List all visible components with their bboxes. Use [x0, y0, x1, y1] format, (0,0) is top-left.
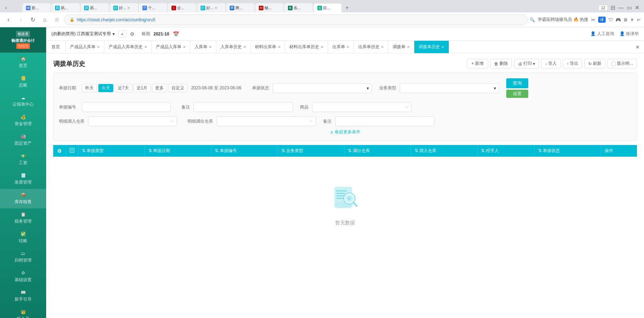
tab-easy2[interactable]: 易 易... [81, 3, 109, 12]
sidebar-item-reports[interactable]: ☁ 云报表中心 [0, 92, 46, 111]
date-more-btn[interactable]: 更多 [152, 84, 167, 92]
calendar-icon[interactable]: 📅 [173, 31, 179, 37]
tab-close-icon[interactable]: ✕ [441, 45, 444, 49]
browser-close-icon[interactable]: ✕ [635, 4, 639, 11]
tab-close-icon[interactable]: ✕ [183, 45, 186, 49]
page-tab-prod-in2[interactable]: 产成品入库单 ✕ [152, 41, 190, 54]
sidebar-item-assets[interactable]: 🏭 固定资产 [0, 130, 46, 150]
col-out-warehouse[interactable]: ⇅ 调出仓库 [344, 145, 411, 157]
search-icon[interactable]: 🔍 [530, 17, 535, 22]
sidebar-item-ledger[interactable]: 📒 总账 [0, 72, 46, 92]
collapse-btn[interactable]: ∧ 收起更多条件 [59, 129, 631, 135]
date-yesterday-btn[interactable]: 昨天 [82, 84, 97, 92]
tab-w[interactable]: W 新... [22, 3, 51, 12]
tab-close-icon[interactable]: ✕ [381, 45, 384, 49]
nav-back-icon[interactable]: ‹ [2, 5, 10, 11]
browser-maximize-icon[interactable]: ▭ [627, 4, 632, 11]
status-select[interactable]: ▾ [273, 83, 372, 93]
col-date[interactable]: ⇅ 单据日期 [144, 145, 211, 157]
delete-button[interactable]: 🗑 删除 [490, 59, 512, 68]
tab-tencent[interactable]: 腾 腾... [226, 3, 255, 12]
browser-menu-icon[interactable]: ⊟ [611, 4, 615, 11]
page-tab-out-history[interactable]: 出库单历史 ✕ [354, 41, 388, 54]
nav-star-button[interactable]: ☆ [52, 15, 62, 25]
page-tab-mat-out[interactable]: 材料出库单 ✕ [251, 41, 285, 54]
company-selector[interactable]: (勿删勿禁用) 江西服宝测试专用 ▾ [51, 31, 115, 37]
col-type[interactable]: ⇅ 单据类型 [78, 145, 144, 157]
refresh-button[interactable]: ↻ 刷新 [584, 59, 605, 68]
print-button[interactable]: 🖨 打印 ▾ [514, 59, 539, 68]
page-tab-transfer[interactable]: 调拨单 ✕ [388, 41, 414, 54]
tab-close-icon[interactable]: ✕ [407, 45, 410, 49]
remark-input[interactable] [193, 102, 293, 112]
display-button[interactable]: 显示明... [607, 59, 637, 68]
col-gear[interactable]: ⚙ [53, 145, 66, 157]
nav-home-button[interactable]: ⌂ [40, 15, 50, 25]
ext2-icon[interactable]: 🎮 [616, 17, 621, 22]
col-no[interactable]: ⇅ 单据编号 [211, 145, 278, 157]
out-warehouse-picker[interactable]: ··· [217, 116, 316, 126]
sidebar-item-inventory[interactable]: 📦 库存核查 [0, 189, 46, 208]
tab-active[interactable]: S 目... [313, 3, 342, 12]
tab-close-icon[interactable]: ✕ [209, 45, 212, 49]
tab-enterprise[interactable]: C 企... [168, 3, 196, 12]
sidebar-item-home[interactable]: 🏠 首页 [0, 53, 46, 72]
export-button[interactable]: ↑ 导出 [563, 59, 582, 68]
date-custom-btn[interactable]: 自定义 [168, 84, 187, 92]
biztype-select[interactable]: ▾ [400, 83, 499, 93]
page-tab-in[interactable]: 入库单 ✕ [190, 41, 216, 54]
docno-input[interactable] [82, 102, 171, 112]
user-avatar[interactable]: 👤 徐泽华 [620, 31, 639, 37]
col-handler[interactable]: ⇅ 经手人 [477, 145, 534, 157]
scissor-icon[interactable]: ✂ [591, 17, 595, 23]
sidebar-item-settings[interactable]: ⚙ 基础设置 [0, 267, 46, 286]
date-today-btn[interactable]: 今天 [98, 84, 113, 92]
col-in-warehouse[interactable]: ⇅ 调入仓库 [411, 145, 477, 157]
address-bar[interactable]: 🔒 https://cloud.chanjet.com/accounting/u… [64, 15, 528, 25]
col-checkbox[interactable] [66, 145, 78, 157]
sidebar-item-closing[interactable]: ✅ 结账 [0, 228, 46, 247]
setting-button[interactable]: 设置 [506, 90, 528, 98]
tab-hao1[interactable]: 好 好... ✕ [110, 3, 138, 12]
goods-picker[interactable]: ··· [312, 102, 411, 112]
tab-hao2[interactable]: 好 好... ✕ [197, 3, 225, 12]
sidebar-item-invoice[interactable]: 🧾 发票管理 [0, 169, 46, 189]
sidebar-item-guide[interactable]: 📖 新手引导 [0, 286, 46, 306]
page-tab-prod-in[interactable]: 产成品入库单 ✕ [66, 41, 104, 54]
add-company-button[interactable]: + [118, 30, 126, 38]
nav-forward-button[interactable]: › [16, 15, 26, 25]
sidebar-item-member[interactable]: 👑 畅会员 [0, 306, 46, 318]
nav-forward-icon[interactable]: › [11, 5, 20, 11]
close-all-tabs-button[interactable]: ✕ [631, 44, 644, 50]
sidebar-item-funds[interactable]: 💰 资金管理 [0, 111, 46, 130]
tab-close-icon[interactable]: ✕ [321, 45, 323, 49]
page-tab-transfer-history[interactable]: 调拨单历史 ✕ [414, 41, 449, 54]
ext1-icon[interactable]: 🛡 [608, 17, 613, 22]
tab-individual[interactable]: 个 个... [139, 3, 167, 12]
page-tab-home[interactable]: 首页 [46, 41, 66, 54]
date-1month-btn[interactable]: 近1月 [133, 84, 151, 92]
in-warehouse-picker[interactable]: ··· [88, 116, 177, 126]
ext5-icon[interactable]: ↩ [637, 17, 640, 22]
tab-each[interactable]: 各 各... [284, 3, 313, 12]
col-status[interactable]: ⇅ 单据状态 [534, 145, 601, 157]
nav-back-button[interactable]: ‹ [4, 15, 13, 25]
tab-close-icon[interactable]: ✕ [278, 45, 280, 49]
translate-icon[interactable]: 译 [598, 17, 606, 23]
ext4-icon[interactable]: ☀ [630, 17, 634, 22]
sidebar-item-tax[interactable]: 📋 税务管理 [0, 208, 46, 228]
user-service-btn[interactable]: 👤 人工咨询 [590, 31, 614, 37]
tab-close-icon[interactable]: ✕ [97, 45, 100, 49]
page-tab-mat-out-history[interactable]: 材料出库单历史 ✕ [285, 41, 328, 54]
nav-refresh-button[interactable]: ↻ [28, 15, 38, 25]
page-tab-in-history[interactable]: 入库单历史 ✕ [216, 41, 251, 54]
tab-close-icon[interactable]: ✕ [243, 45, 246, 49]
ext3-icon[interactable]: ⊞ [624, 17, 627, 22]
tab-chang[interactable]: M 畅... [255, 3, 284, 12]
new-button[interactable]: + 新增 [467, 59, 488, 68]
import-button[interactable]: ↓ 导入 [541, 59, 561, 68]
header-checkbox[interactable] [70, 148, 75, 153]
sidebar-item-archive[interactable]: 🗂 归档管理 [0, 247, 46, 267]
date-7days-btn[interactable]: 近7天 [115, 84, 132, 92]
tab-easy1[interactable]: 易 易... [51, 3, 80, 12]
